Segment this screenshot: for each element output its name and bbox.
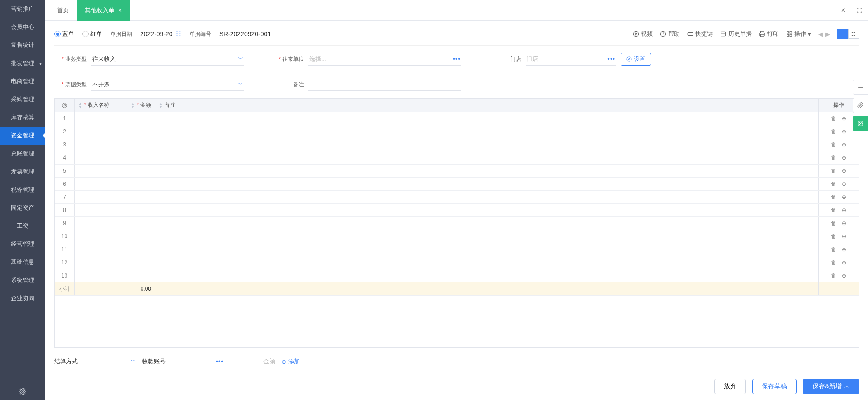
table-row[interactable]: 13🗑⊕ <box>55 269 859 282</box>
row-delete-icon[interactable]: 🗑 <box>831 233 836 240</box>
row-delete-icon[interactable]: 🗑 <box>831 128 836 135</box>
sidebar-item-15[interactable]: 系统管理 <box>0 271 45 289</box>
table-row[interactable]: 12🗑⊕ <box>55 256 859 269</box>
shortcut-link[interactable]: 快捷键 <box>687 30 713 38</box>
table-row[interactable]: 8🗑⊕ <box>55 204 859 217</box>
row-delete-icon[interactable]: 🗑 <box>831 181 836 187</box>
video-link[interactable]: 视频 <box>633 30 653 38</box>
rside-attach-icon[interactable] <box>853 98 868 113</box>
settle-add-link[interactable]: ⊕添加 <box>281 358 300 366</box>
sidebar-item-4[interactable]: 电商管理 <box>0 72 45 90</box>
row-add-icon[interactable]: ⊕ <box>842 273 846 279</box>
tab-home[interactable]: 首页 <box>49 0 77 21</box>
biztype-select[interactable]: 往来收入﹀ <box>91 53 244 66</box>
sidebar-item-5[interactable]: 采购管理 <box>0 90 45 108</box>
nav-next-icon[interactable]: ▶ <box>825 31 830 38</box>
nav-prev-icon[interactable]: ◀ <box>818 31 823 38</box>
row-add-icon[interactable]: ⊕ <box>842 233 846 240</box>
print-link[interactable]: 打印 <box>759 30 779 38</box>
settle-account-select[interactable]: ••• <box>169 356 223 367</box>
radio-blue[interactable]: 蓝单 <box>54 30 74 38</box>
table-row[interactable]: 3🗑⊕ <box>55 138 859 151</box>
rside-note-icon[interactable]: ☰ <box>853 80 868 95</box>
col-income-name[interactable]: ▲▼收入名称 <box>75 99 115 112</box>
sidebar-item-2[interactable]: 零售统计 <box>0 36 45 54</box>
remark-input[interactable] <box>308 78 461 91</box>
row-delete-icon[interactable]: 🗑 <box>831 273 836 279</box>
sidebar-item-6[interactable]: 库存核算 <box>0 108 45 127</box>
discard-button[interactable]: 放弃 <box>714 379 746 394</box>
sidebar-item-7[interactable]: 资金管理 <box>0 127 45 145</box>
row-add-icon[interactable]: ⊕ <box>842 115 846 122</box>
row-delete-icon[interactable]: 🗑 <box>831 246 836 253</box>
row-delete-icon[interactable]: 🗑 <box>831 259 836 266</box>
sidebar-item-12[interactable]: 工资 <box>0 217 45 235</box>
view-card-icon[interactable]: ☷ <box>848 29 859 39</box>
save-draft-button[interactable]: 保存草稿 <box>752 379 797 394</box>
view-list-icon[interactable]: ≡ <box>837 29 848 39</box>
row-add-icon[interactable]: ⊕ <box>842 168 846 174</box>
table-row[interactable]: 9🗑⊕ <box>55 217 859 230</box>
tab-close-icon[interactable]: × <box>118 7 122 14</box>
row-add-icon[interactable]: ⊕ <box>842 128 846 135</box>
table-row[interactable]: 4🗑⊕ <box>55 151 859 165</box>
row-add-icon[interactable]: ⊕ <box>842 181 846 187</box>
sidebar-item-16[interactable]: 企业协同 <box>0 289 45 307</box>
ellipsis-icon[interactable]: ••• <box>453 56 460 62</box>
row-add-icon[interactable]: ⊕ <box>842 155 846 161</box>
ellipsis-icon[interactable]: ••• <box>607 56 615 62</box>
tab-close-all-icon[interactable]: ✕ <box>838 5 848 15</box>
sidebar-item-14[interactable]: 基础信息 <box>0 253 45 271</box>
col-note[interactable]: ▲▼备注 <box>155 99 819 112</box>
row-delete-icon[interactable]: 🗑 <box>831 220 836 226</box>
rside-image-icon[interactable] <box>853 116 868 131</box>
table-row[interactable]: 5🗑⊕ <box>55 165 859 178</box>
radio-red[interactable]: 红单 <box>82 30 102 38</box>
table-row[interactable]: 1🗑⊕ <box>55 112 859 125</box>
row-delete-icon[interactable]: 🗑 <box>831 168 836 174</box>
sidebar-item-8[interactable]: 总账管理 <box>0 145 45 163</box>
col-amount[interactable]: ▲▼金额 <box>115 99 155 112</box>
row-add-icon[interactable]: ⊕ <box>842 207 846 213</box>
table-row[interactable]: 10🗑⊕ <box>55 230 859 243</box>
settle-method-select[interactable]: ﹀ <box>81 356 136 367</box>
history-link[interactable]: 历史单据 <box>720 30 752 38</box>
row-delete-icon[interactable]: 🗑 <box>831 141 836 148</box>
table-row[interactable]: 7🗑⊕ <box>55 191 859 204</box>
store-select[interactable]: 门店••• <box>526 53 616 66</box>
fullscreen-icon[interactable] <box>854 5 864 15</box>
calendar-icon[interactable]: ☷ <box>175 30 181 38</box>
date-value[interactable]: 2022-09-20☷ <box>140 30 181 38</box>
sidebar-item-13[interactable]: 经营管理 <box>0 235 45 253</box>
ellipsis-icon[interactable]: ••• <box>216 358 223 365</box>
tab-current[interactable]: 其他收入单 × <box>77 0 130 21</box>
sidebar-item-9[interactable]: 发票管理 <box>0 163 45 181</box>
row-add-icon[interactable]: ⊕ <box>842 194 846 200</box>
row-delete-icon[interactable]: 🗑 <box>831 194 836 200</box>
action-dropdown[interactable]: 操作 ▾ <box>786 30 811 38</box>
help-link[interactable]: 帮助 <box>660 30 680 38</box>
sidebar-item-0[interactable]: 营销推广 <box>0 0 45 18</box>
table-row[interactable]: 2🗑⊕ <box>55 125 859 138</box>
invoice-select[interactable]: 不开票﹀ <box>91 78 244 91</box>
row-add-icon[interactable]: ⊕ <box>842 259 846 266</box>
row-add-icon[interactable]: ⊕ <box>842 220 846 226</box>
sidebar-item-3[interactable]: 批发管理 <box>0 54 45 72</box>
row-delete-icon[interactable]: 🗑 <box>831 207 836 213</box>
grid-config-icon[interactable] <box>55 99 75 112</box>
row-delete-icon[interactable]: 🗑 <box>831 155 836 161</box>
row-delete-icon[interactable]: 🗑 <box>831 115 836 122</box>
settle-amount-input[interactable]: 金额 <box>230 356 275 367</box>
sidebar-item-10[interactable]: 税务管理 <box>0 181 45 199</box>
sidebar-item-11[interactable]: 固定资产 <box>0 199 45 217</box>
sidebar-settings[interactable] <box>0 382 45 400</box>
sidebar-item-1[interactable]: 会员中心 <box>0 18 45 36</box>
row-add-icon[interactable]: ⊕ <box>842 246 846 253</box>
save-new-button[interactable]: 保存&新增︿ <box>803 379 859 394</box>
table-row[interactable]: 6🗑⊕ <box>55 178 859 191</box>
row-add-icon[interactable]: ⊕ <box>842 141 846 148</box>
settings-button[interactable]: 设置 <box>621 53 651 66</box>
table-row[interactable]: 11🗑⊕ <box>55 243 859 256</box>
party-select[interactable]: 选择...••• <box>308 53 461 66</box>
gear-icon <box>19 388 26 395</box>
